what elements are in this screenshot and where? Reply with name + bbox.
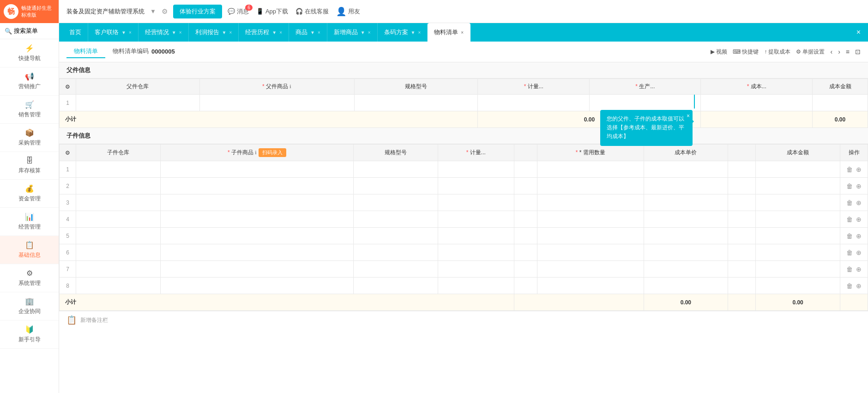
- search-menu[interactable]: 🔍 搜索菜单: [0, 23, 59, 39]
- table-row: 4 🗑 ⊕: [60, 211, 868, 228]
- copy-row-btn[interactable]: ⊕: [855, 215, 862, 224]
- delete-row-btn[interactable]: 🗑: [845, 181, 854, 191]
- child-th-cost-amount: 成本金额: [756, 145, 840, 161]
- tab-bom[interactable]: 物料清单 ×: [428, 23, 470, 42]
- sidebar-item-quick-nav[interactable]: ⚡ 快捷导航: [0, 39, 59, 67]
- single-settings-action[interactable]: ⚙ 单据设置: [796, 48, 825, 56]
- copy-row-btn[interactable]: ⊕: [855, 165, 862, 174]
- message-icon: 💬: [228, 8, 235, 15]
- online-service-action[interactable]: 🎧 在线客服: [295, 7, 329, 16]
- bottom-bar: 📋 新增备注栏: [59, 311, 868, 329]
- delete-row-btn[interactable]: 🗑: [845, 248, 854, 257]
- copy-row-btn[interactable]: ⊕: [855, 231, 862, 241]
- sidebar-item-basic-info[interactable]: 📋 基础信息: [0, 236, 59, 264]
- trial-btn[interactable]: 体验行业方案: [173, 5, 222, 18]
- sidebar-item-system[interactable]: ⚙ 系统管理: [0, 264, 59, 292]
- tooltip-close-btn[interactable]: ×: [687, 112, 690, 121]
- parent-th-settings[interactable]: ⚙: [60, 79, 76, 95]
- close-new-goods-tab[interactable]: ×: [368, 30, 371, 35]
- copy-row-btn[interactable]: ⊕: [855, 265, 862, 274]
- child-th-warehouse: 子件仓库: [76, 145, 161, 161]
- finance-icon: 💰: [25, 184, 34, 193]
- video-action[interactable]: ▶ 视频: [711, 48, 727, 56]
- table-row: 8 🗑 ⊕: [60, 278, 868, 294]
- table-row: 3 🗑 ⊕: [60, 194, 868, 211]
- video-icon: ▶: [711, 48, 715, 55]
- delete-row-btn[interactable]: 🗑: [845, 215, 854, 224]
- close-barcode-tab[interactable]: ×: [418, 30, 421, 35]
- close-profit-tab[interactable]: ×: [229, 30, 232, 35]
- quick-nav-icon: ⚡: [25, 44, 34, 53]
- sidebar-item-guide[interactable]: 🔰 新手引导: [0, 320, 59, 349]
- close-operations-tab[interactable]: ×: [179, 30, 182, 35]
- tab-new-goods[interactable]: 新增商品 ▼ ×: [327, 23, 378, 42]
- close-goods-tab[interactable]: ×: [318, 30, 320, 35]
- copy-row-btn[interactable]: ⊕: [855, 248, 862, 257]
- shortcut-action[interactable]: ⌨ 快捷键: [733, 48, 759, 56]
- close-customer-tab[interactable]: ×: [129, 30, 132, 35]
- guide-icon: 🔰: [25, 325, 34, 334]
- sidebar-item-purchase[interactable]: 📦 采购管理: [0, 124, 59, 152]
- child-th-spec: 规格型号: [354, 145, 438, 161]
- app-download-action[interactable]: 📱 App下载: [256, 7, 288, 16]
- tab-goods[interactable]: 商品 ▼ ×: [289, 23, 327, 42]
- copy-row-btn[interactable]: ⊕: [855, 198, 862, 207]
- nav-next-icon[interactable]: ›: [838, 48, 840, 55]
- dropdown-icon: ▼: [222, 30, 227, 35]
- message-action[interactable]: 💬 消息 6: [228, 7, 249, 16]
- system-icon: ⚙: [26, 269, 33, 278]
- message-badge: 6: [245, 5, 253, 11]
- user-action[interactable]: 👤 用友: [336, 6, 360, 17]
- dropdown-icon: ▼: [310, 30, 315, 35]
- notes-icon: 📋: [66, 315, 77, 325]
- delete-row-btn[interactable]: 🗑: [845, 265, 854, 274]
- enterprise-icon: 🏢: [25, 297, 34, 306]
- close-bom-tab[interactable]: ×: [461, 30, 464, 35]
- sidebar-item-operations[interactable]: 📊 经营管理: [0, 208, 59, 236]
- sidebar-item-inventory[interactable]: 🗄 库存核算: [0, 152, 59, 180]
- tab-customer[interactable]: 客户联络 ▼ ×: [88, 23, 139, 42]
- child-th-settings[interactable]: ⚙: [60, 145, 76, 161]
- child-th-req-qty: * * 需用数量: [537, 145, 644, 161]
- system-name: 装备及固定资产辅助管理系统: [66, 7, 145, 16]
- tab-home[interactable]: 首页: [63, 23, 88, 42]
- expand-icon[interactable]: ⊡: [855, 48, 861, 55]
- child-th-cost-price: 成本单价: [644, 145, 728, 161]
- delete-row-btn[interactable]: 🗑: [845, 198, 854, 207]
- copy-row-btn[interactable]: ⊕: [855, 181, 862, 191]
- child-table: ⚙ 子件仓库 * 子件商品 ℹ 扫码录入 规格型号 * 计量... * * 需用…: [59, 144, 868, 311]
- tab-barcode[interactable]: 条码方案 ▼ ×: [378, 23, 428, 42]
- tab-operations[interactable]: 经营情况 ▼ ×: [139, 23, 189, 42]
- menu-icon[interactable]: ≡: [846, 48, 850, 55]
- sidebar-item-sales[interactable]: 🛒 销售管理: [0, 96, 59, 124]
- delete-row-btn[interactable]: 🗑: [845, 165, 854, 174]
- bottom-bar-text: 新增备注栏: [80, 316, 108, 324]
- sidebar-item-enterprise[interactable]: 🏢 企业协同: [0, 292, 59, 320]
- sub-tab-bom-list[interactable]: 物料清单: [66, 45, 105, 58]
- keyboard-icon: ⌨: [733, 48, 741, 55]
- topbar-actions: 💬 消息 6 📱 App下载 🎧 在线客服 👤 用友: [228, 6, 360, 17]
- sidebar-item-finance[interactable]: 💰 资金管理: [0, 180, 59, 208]
- parent-subtotal-row: 小计 0.00 0.00: [60, 111, 868, 128]
- child-th-unit: * 计量...: [438, 145, 514, 161]
- close-all-tabs[interactable]: ×: [853, 28, 864, 36]
- search-icon: 🔍: [5, 28, 12, 35]
- extract-cost-action[interactable]: ↑ 提取成本: [764, 48, 790, 56]
- delete-row-btn[interactable]: 🗑: [845, 231, 854, 241]
- topbar: 装备及固定资产辅助管理系统 ▼ ⚙ 体验行业方案 💬 消息 6 📱 App下载 …: [59, 0, 868, 23]
- delete-row-btn[interactable]: 🗑: [845, 281, 854, 290]
- nav-prev-icon[interactable]: ‹: [830, 48, 832, 55]
- close-history-tab[interactable]: ×: [279, 30, 282, 35]
- tab-history[interactable]: 经营历程 ▼ ×: [239, 23, 289, 42]
- copy-row-btn[interactable]: ⊕: [855, 281, 862, 290]
- parent-th-unit: * 计量...: [478, 79, 590, 95]
- sidebar-item-marketing[interactable]: 📢 营销推广: [0, 67, 59, 96]
- sidebar-logo: 畅 畅捷通好生意 标准版: [0, 0, 59, 23]
- scan-input-btn[interactable]: 扫码录入: [259, 148, 286, 157]
- settings-gear-icon[interactable]: ⚙: [162, 7, 168, 16]
- parent-th-production: * 生产...: [589, 79, 701, 95]
- sub-tabs-right: ▶ 视频 ⌨ 快捷键 ↑ 提取成本 ⚙ 单据设置 ‹ › ≡ ⊡: [711, 48, 861, 56]
- dropdown-icon: ▼: [272, 30, 277, 35]
- tab-profit[interactable]: 利润报告 ▼ ×: [189, 23, 239, 42]
- table-row: 7 🗑 ⊕: [60, 261, 868, 278]
